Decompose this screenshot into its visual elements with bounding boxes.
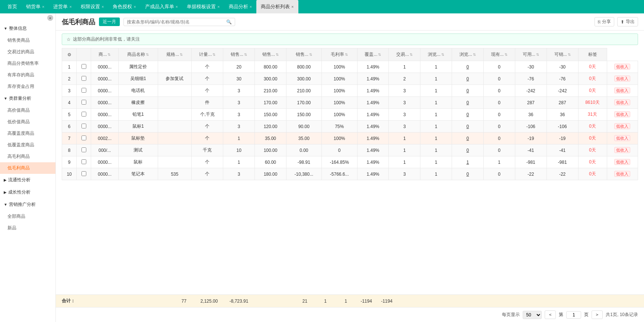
close-icon[interactable]: ×: [69, 4, 71, 9]
close-icon[interactable]: ×: [102, 4, 104, 9]
row-checkbox[interactable]: [77, 73, 91, 85]
close-icon[interactable]: ×: [291, 4, 294, 9]
sidebar-group-title[interactable]: ▼营销推广分析: [0, 198, 55, 211]
sidebar-group-title[interactable]: ▼整体信息: [0, 22, 55, 35]
browse1[interactable]: 0: [452, 121, 484, 133]
sidebar-group-title[interactable]: ▶流通性分析: [0, 174, 55, 186]
column-header[interactable]: 覆盖...⇅: [357, 48, 389, 61]
row-checkbox[interactable]: [77, 156, 91, 168]
sidebar-item-新品[interactable]: 新品: [0, 222, 55, 234]
sidebar-item-销售类商品[interactable]: 销售类商品: [0, 35, 55, 46]
row-checkbox-input[interactable]: [81, 147, 86, 152]
column-header[interactable]: 销售...⇅: [286, 48, 321, 61]
column-header[interactable]: 浏览...⇅: [420, 48, 452, 61]
row-checkbox-input[interactable]: [81, 171, 86, 176]
prev-page-button[interactable]: ＜: [545, 310, 556, 319]
browse1[interactable]: 0: [452, 61, 484, 73]
column-header[interactable]: 浏览...⇅: [452, 48, 484, 61]
sidebar-group-title[interactable]: ▼类群量分析: [0, 92, 55, 105]
sidebar-item-低毛利商品[interactable]: 低毛利商品: [0, 162, 55, 174]
sale-amount3: 100%: [321, 73, 357, 85]
date-filter-button[interactable]: 近一月: [99, 17, 120, 26]
sidebar-item-低覆盖度商品[interactable]: 低覆盖度商品: [0, 139, 55, 151]
browse1[interactable]: 0: [452, 73, 484, 85]
table-footer: 合计：772,125.00-8,723.912111-1194-1194: [56, 294, 644, 307]
page-size-select[interactable]: 50 20 100: [523, 311, 542, 319]
row-checkbox-input[interactable]: [81, 124, 86, 128]
tag-badge: 低收入: [607, 133, 638, 144]
column-header[interactable]: 毛利率⇅: [321, 48, 357, 61]
tag-badge: 低收入: [607, 168, 638, 180]
nav-item-商品分析列表[interactable]: 商品分析列表×: [256, 0, 298, 13]
export-button[interactable]: ⬆ 导出: [617, 17, 638, 26]
row-checkbox-input[interactable]: [81, 100, 86, 105]
column-header[interactable]: 现有...⇅: [483, 48, 515, 61]
browse1[interactable]: 1: [452, 156, 484, 168]
row-checkbox[interactable]: [77, 61, 91, 73]
column-header[interactable]: 销售...⇅: [255, 48, 286, 61]
sidebar-item-低价值商品[interactable]: 低价值商品: [0, 116, 55, 128]
nav-item-权限设置[interactable]: 权限设置×: [76, 0, 108, 13]
sidebar-item-高覆盖度商品[interactable]: 高覆盖度商品: [0, 128, 55, 139]
nav-item-产成品入库单[interactable]: 产成品入库单×: [141, 0, 182, 13]
search-box[interactable]: 🔍: [124, 18, 235, 26]
nav-item-进货单[interactable]: 进货单×: [49, 0, 76, 13]
nav-item-单据模板设置[interactable]: 单据模板设置×: [182, 0, 224, 13]
row-checkbox-input[interactable]: [81, 112, 86, 117]
row-checkbox[interactable]: [77, 133, 91, 144]
available-stock: -106: [547, 121, 578, 133]
row-checkbox-input[interactable]: [81, 159, 86, 164]
browse1[interactable]: 0: [452, 85, 484, 97]
browse1[interactable]: 0: [452, 144, 484, 156]
sale-qty: 3: [223, 168, 255, 180]
row-checkbox[interactable]: [77, 109, 91, 121]
sidebar-item-交易过的商品[interactable]: 交易过的商品: [0, 46, 55, 58]
column-header[interactable]: 交易...⇅: [389, 48, 420, 61]
row-checkbox-input[interactable]: [81, 136, 86, 140]
sidebar-item-库存资金占用[interactable]: 库存资金占用: [0, 81, 55, 92]
sidebar-item-有库存的商品[interactable]: 有库存的商品: [0, 69, 55, 81]
nav-item-销货单[interactable]: 销货单×: [22, 0, 49, 13]
row-checkbox[interactable]: [77, 97, 91, 109]
sidebar-item-高价值商品[interactable]: 高价值商品: [0, 105, 55, 116]
column-header[interactable]: 可销...⇅: [547, 48, 578, 61]
column-header[interactable]: 商...⇅: [91, 48, 118, 61]
search-icon[interactable]: 🔍: [226, 19, 232, 25]
close-icon[interactable]: ×: [217, 4, 220, 9]
row-checkbox[interactable]: [77, 121, 91, 133]
nav-item-角色授权[interactable]: 角色授权×: [108, 0, 140, 13]
browse1[interactable]: 0: [452, 97, 484, 109]
page-number-input[interactable]: [566, 311, 581, 319]
share-button[interactable]: ⎘ 分享: [595, 17, 614, 26]
row-number: 10: [62, 168, 77, 180]
sidebar-group-title[interactable]: ▶成长性分析: [0, 186, 55, 198]
search-input[interactable]: [127, 19, 226, 25]
close-icon[interactable]: ×: [250, 4, 252, 9]
notice-bar: ☆ 这部分商品的利润非常低，请关注: [62, 34, 638, 45]
next-page-button[interactable]: ＞: [592, 310, 603, 319]
close-icon[interactable]: ×: [176, 4, 178, 9]
column-header[interactable]: 规格...⇅: [158, 48, 192, 61]
nav-item-首页[interactable]: 首页: [3, 0, 22, 13]
row-checkbox[interactable]: [77, 85, 91, 97]
row-checkbox-input[interactable]: [81, 88, 86, 93]
sale-qty: 1: [223, 156, 255, 168]
browse1[interactable]: 0: [452, 133, 484, 144]
column-header[interactable]: 可用...⇅: [515, 48, 547, 61]
sidebar-item-全部商品[interactable]: 全部商品: [0, 211, 55, 222]
column-header[interactable]: 计量...⇅: [192, 48, 223, 61]
column-header[interactable]: 商品名称⇅: [118, 48, 158, 61]
column-header[interactable]: 销售...⇅: [223, 48, 255, 61]
browse1[interactable]: 0: [452, 109, 484, 121]
sidebar-item-商品分类销售率[interactable]: 商品分类销售率: [0, 58, 55, 69]
row-checkbox-input[interactable]: [81, 64, 86, 69]
close-icon[interactable]: ×: [134, 4, 136, 9]
row-checkbox-input[interactable]: [81, 76, 86, 81]
sidebar-collapse-icon[interactable]: «: [47, 15, 53, 21]
sidebar-item-高毛利商品[interactable]: 高毛利商品: [0, 151, 55, 162]
nav-item-商品分析[interactable]: 商品分析×: [224, 0, 256, 13]
browse1[interactable]: 0: [452, 168, 484, 180]
row-checkbox[interactable]: [77, 144, 91, 156]
row-checkbox[interactable]: [77, 168, 91, 180]
close-icon[interactable]: ×: [42, 4, 44, 9]
